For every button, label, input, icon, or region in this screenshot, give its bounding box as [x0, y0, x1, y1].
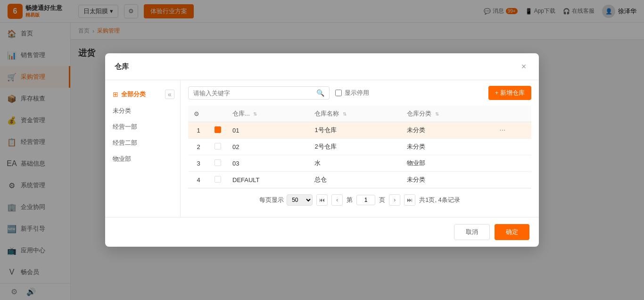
row-name: 1号仓库 — [309, 122, 401, 139]
table-row[interactable]: 1 01 1号仓库 未分类 ··· — [188, 122, 531, 139]
row-actions — [494, 172, 531, 188]
col-name: 仓库名称 ⇅ — [309, 106, 401, 122]
pagination: 每页显示 50 10 20 100 ⏮ ‹ 第 页 › ⏭ — [188, 188, 531, 211]
col-category: 仓库分类 ⇅ — [401, 106, 494, 122]
per-page-select[interactable]: 50 10 20 100 — [287, 194, 313, 206]
table-header-row: ⚙ 仓库... ⇅ 仓库名称 ⇅ — [188, 106, 531, 122]
modal-overlay: 仓库 × ⊞ 全部分类 « 未分类经营一部经营二部物业部 🔍 — [0, 0, 644, 300]
search-input-wrap: 🔍 — [188, 86, 330, 100]
category-sidebar: ⊞ 全部分类 « 未分类经营一部经营二部物业部 — [105, 80, 181, 217]
row-checkbox-cell — [209, 172, 227, 188]
row-actions — [494, 155, 531, 172]
sort-icon-code: ⇅ — [253, 111, 257, 117]
row-checkbox[interactable] — [215, 143, 221, 150]
row-num: 3 — [188, 155, 209, 172]
all-category-label[interactable]: 全部分类 — [121, 90, 146, 99]
row-checkbox[interactable] — [215, 176, 221, 183]
modal-title: 仓库 — [115, 62, 129, 71]
category-item[interactable]: 经营一部 — [105, 119, 180, 135]
modal-close-button[interactable]: × — [518, 61, 529, 72]
confirm-button[interactable]: 确定 — [495, 224, 529, 240]
row-code: 02 — [227, 139, 309, 155]
add-warehouse-button[interactable]: + 新增仓库 — [488, 86, 531, 100]
row-actions — [494, 139, 531, 155]
row-checkbox-cell — [209, 122, 227, 139]
row-checkbox[interactable] — [215, 159, 221, 166]
row-actions-button[interactable]: ··· — [499, 126, 505, 134]
per-page-selector: 每页显示 50 10 20 100 — [259, 194, 313, 206]
col-gear: ⚙ — [188, 106, 209, 122]
first-page-button[interactable]: ⏮ — [316, 194, 328, 206]
category-item[interactable]: 未分类 — [105, 103, 180, 119]
row-checkbox-cell — [209, 155, 227, 172]
cancel-button[interactable]: 取消 — [454, 224, 490, 240]
row-code: 03 — [227, 155, 309, 172]
next-page-button[interactable]: › — [389, 194, 400, 206]
row-category: 未分类 — [401, 122, 494, 139]
last-page-button[interactable]: ⏭ — [404, 194, 415, 206]
category-collapse-button[interactable]: « — [165, 90, 174, 99]
modal-header: 仓库 × — [105, 53, 539, 80]
modal-footer: 取消 确定 — [105, 217, 539, 247]
sort-icon-category: ⇅ — [435, 111, 439, 117]
warehouse-table: ⚙ 仓库... ⇅ 仓库名称 ⇅ — [188, 106, 531, 188]
row-code: 01 — [227, 122, 309, 139]
col-code: 仓库... ⇅ — [227, 106, 309, 122]
row-name: 总仓 — [309, 172, 401, 188]
prev-page-button[interactable]: ‹ — [331, 194, 343, 206]
show-disabled-checkbox[interactable] — [335, 90, 342, 96]
search-icon: 🔍 — [316, 89, 324, 97]
per-page-label: 每页显示 — [259, 196, 284, 204]
page-label-suffix: 页 — [379, 196, 385, 204]
modal-body: ⊞ 全部分类 « 未分类经营一部经营二部物业部 🔍 显示停用 — [105, 80, 539, 217]
warehouse-modal: 仓库 × ⊞ 全部分类 « 未分类经营一部经营二部物业部 🔍 — [105, 53, 539, 247]
category-item[interactable]: 经营二部 — [105, 135, 180, 151]
row-num: 1 — [188, 122, 209, 139]
row-name: 水 — [309, 155, 401, 172]
row-name: 2号仓库 — [309, 139, 401, 155]
sort-icon-name: ⇅ — [343, 111, 347, 117]
row-category: 物业部 — [401, 155, 494, 172]
table-row[interactable]: 4 DEFAULT 总仓 未分类 — [188, 172, 531, 188]
row-code: DEFAULT — [227, 172, 309, 188]
page-number-input[interactable] — [356, 195, 375, 205]
col-check — [209, 106, 227, 122]
row-num: 4 — [188, 172, 209, 188]
row-actions: ··· — [494, 122, 531, 139]
show-disabled-label: 显示停用 — [335, 89, 369, 97]
row-category: 未分类 — [401, 139, 494, 155]
row-checkbox-cell — [209, 139, 227, 155]
row-checkbox[interactable] — [215, 126, 221, 133]
page-label-prefix: 第 — [347, 196, 353, 204]
modal-search-bar: 🔍 显示停用 + 新增仓库 — [188, 86, 531, 100]
category-item[interactable]: 物业部 — [105, 151, 180, 167]
row-category: 未分类 — [401, 172, 494, 188]
row-num: 2 — [188, 139, 209, 155]
table-row[interactable]: 2 02 2号仓库 未分类 — [188, 139, 531, 155]
pagination-summary: 共1页, 4条记录 — [419, 196, 460, 204]
table-row[interactable]: 3 03 水 物业部 — [188, 155, 531, 172]
modal-content: 🔍 显示停用 + 新增仓库 ⚙ — [181, 80, 539, 217]
col-actions — [494, 106, 531, 122]
search-input[interactable] — [193, 90, 316, 97]
grid-icon: ⊞ — [113, 91, 118, 98]
